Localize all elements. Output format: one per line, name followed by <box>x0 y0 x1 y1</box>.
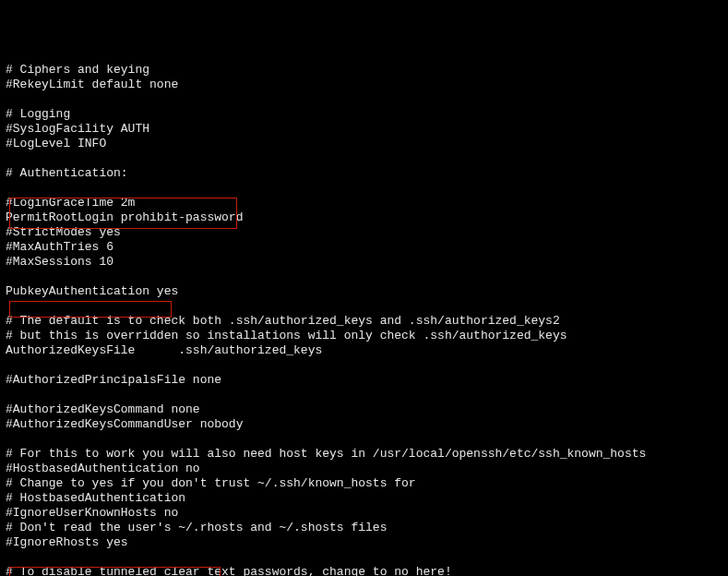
config-line: # For this to work you will also need ho… <box>6 447 722 462</box>
config-line: #StrictModes yes <box>6 225 722 240</box>
config-line: #AuthorizedPrincipalsFile none <box>6 373 722 388</box>
config-line: # Change to yes if you don't trust ~/.ss… <box>6 476 722 491</box>
config-line: # Logging <box>6 107 722 122</box>
config-line <box>6 550 722 565</box>
config-line: #AuthorizedKeysCommand none <box>6 402 722 417</box>
config-line: #HostbasedAuthentication no <box>6 462 722 476</box>
config-line: PubkeyAuthentication yes <box>6 284 722 299</box>
config-line: # Don't read the user's ~/.rhosts and ~/… <box>6 521 722 535</box>
config-line: # HostbasedAuthentication <box>6 491 722 506</box>
config-line: # Authentication: <box>6 166 722 181</box>
config-line <box>6 151 722 166</box>
config-line: AuthorizedKeysFile .ssh/authorized_keys <box>6 343 722 358</box>
config-line: #AuthorizedKeysCommandUser nobody <box>6 417 722 432</box>
config-line: # To disable tunneled clear text passwor… <box>6 565 722 576</box>
config-line <box>6 299 722 314</box>
config-line <box>6 92 722 107</box>
config-line: #IgnoreRhosts yes <box>6 535 722 550</box>
config-line: # The default is to check both .ssh/auth… <box>6 314 722 329</box>
config-line: #IgnoreUserKnownHosts no <box>6 506 722 521</box>
config-line <box>6 358 722 373</box>
config-line <box>6 270 722 284</box>
config-line: #LoginGraceTime 2m <box>6 196 722 210</box>
config-line <box>6 388 722 402</box>
config-line: #RekeyLimit default none <box>6 78 722 92</box>
config-line: # Ciphers and keying <box>6 63 722 78</box>
config-line <box>6 432 722 447</box>
config-line: #MaxAuthTries 6 <box>6 240 722 255</box>
config-line: #MaxSessions 10 <box>6 255 722 270</box>
config-line: PermitRootLogin prohibit-password <box>6 210 722 225</box>
config-line: #LogLevel INFO <box>6 137 722 151</box>
config-line <box>6 181 722 196</box>
config-line: # but this is overridden so installation… <box>6 329 722 343</box>
terminal-editor[interactable]: # Ciphers and keying#RekeyLimit default … <box>6 63 722 576</box>
config-line: #SyslogFacility AUTH <box>6 122 722 137</box>
